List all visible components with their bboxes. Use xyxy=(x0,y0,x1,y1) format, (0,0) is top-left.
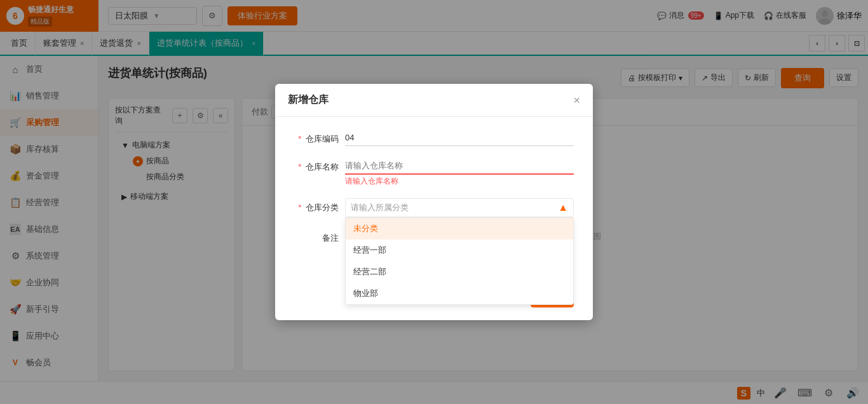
modal-new-warehouse: 新增仓库 × * 仓库编码 * 仓库名称 请输入仓库名称 xyxy=(275,84,593,320)
modal-body: * 仓库编码 * 仓库名称 请输入仓库名称 * xyxy=(275,117,593,278)
category-option-property[interactable]: 物业部 xyxy=(346,283,573,304)
warehouse-remark-label: 备注 xyxy=(294,229,345,244)
warehouse-name-error: 请输入仓库名称 xyxy=(345,176,574,187)
category-option-dept1[interactable]: 经营一部 xyxy=(346,239,573,261)
category-option-unclassified[interactable]: 未分类 xyxy=(346,218,573,239)
warehouse-name-row: * 仓库名称 请输入仓库名称 xyxy=(294,158,574,187)
modal-overlay[interactable]: 新增仓库 × * 仓库编码 * 仓库名称 请输入仓库名称 xyxy=(0,0,868,404)
warehouse-name-input[interactable] xyxy=(345,158,574,175)
warehouse-code-input[interactable] xyxy=(345,130,574,146)
modal-close-button[interactable]: × xyxy=(573,95,580,106)
warehouse-category-field: 请输入所属分类 ▲ 未分类 经营一部 经营二部 物业部 xyxy=(345,198,574,217)
dropdown-arrow-icon: ▲ xyxy=(558,202,568,213)
modal-header: 新增仓库 × xyxy=(275,84,593,117)
warehouse-name-field: 请输入仓库名称 xyxy=(345,158,574,187)
category-option-dept2[interactable]: 经营二部 xyxy=(346,261,573,283)
warehouse-name-label: * 仓库名称 xyxy=(294,158,345,173)
warehouse-code-label: * 仓库编码 xyxy=(294,130,345,145)
warehouse-category-dropdown[interactable]: 请输入所属分类 ▲ xyxy=(345,198,574,217)
warehouse-category-row: * 仓库分类 请输入所属分类 ▲ 未分类 经营一部 经营二部 物业部 xyxy=(294,198,574,217)
warehouse-category-label: * 仓库分类 xyxy=(294,198,345,213)
category-placeholder: 请输入所属分类 xyxy=(351,202,409,213)
warehouse-code-row: * 仓库编码 xyxy=(294,130,574,146)
modal-title: 新增仓库 xyxy=(288,93,329,107)
category-dropdown-list: 未分类 经营一部 经营二部 物业部 xyxy=(345,217,574,305)
